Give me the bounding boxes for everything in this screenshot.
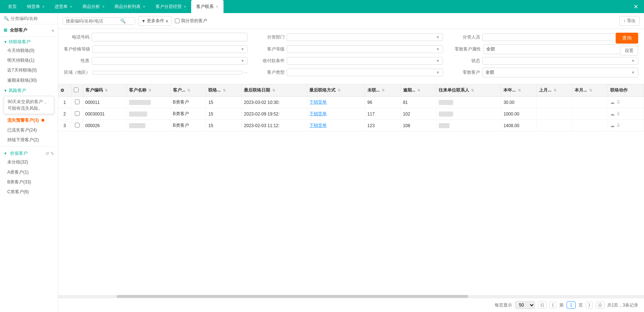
gender-select[interactable]: ▼ <box>92 57 247 65</box>
refresh-icon[interactable]: ↺ <box>45 151 49 156</box>
row-select-0[interactable] <box>75 100 80 104</box>
action-more-icon[interactable]: ⠿ <box>617 123 620 128</box>
action-more-icon[interactable]: ⠿ <box>617 112 620 117</box>
sort-icon-contacts: ⇅ <box>223 88 226 92</box>
tab-purchase-close[interactable]: × <box>70 4 72 9</box>
edit-icon[interactable]: ✎ <box>51 151 54 156</box>
risk-tooltip: 90天未交易的客户，可能有流失风险。 <box>4 96 54 114</box>
settings-icon[interactable]: ⚙ <box>60 88 64 93</box>
sidebar-item-b-class[interactable]: B类客户(33) <box>0 177 58 187</box>
search-input[interactable] <box>66 19 120 24</box>
sidebar-item-overdue[interactable]: 逾期未联络(30) <box>0 76 58 85</box>
price-grade-select[interactable]: ▼ <box>92 45 247 53</box>
first-page-button[interactable]: ⟨⟨ <box>538 301 547 309</box>
tab-sales-close[interactable]: × <box>42 4 44 9</box>
my-customers-checkbox[interactable]: 我分管的客户 <box>175 18 207 24</box>
th-code[interactable]: 客户编码 ⇅ <box>83 84 127 97</box>
phone-input[interactable] <box>92 33 247 41</box>
select-all-checkbox[interactable] <box>74 88 79 92</box>
action-chat-icon[interactable]: ☁ <box>610 112 615 117</box>
last-page-button[interactable]: ⟩⟩ <box>596 301 604 309</box>
window-close-button[interactable]: ✕ <box>631 2 641 12</box>
row-last-contact-method[interactable]: 下销货单 <box>307 108 365 120</box>
scrollbar-thumb[interactable] <box>117 295 468 298</box>
th-last-contact-method[interactable]: 最后联络方式 ⇅ <box>307 84 365 97</box>
chevron-icon: ∧ <box>165 19 169 24</box>
customer-grade-select[interactable]: ▼ <box>287 45 443 53</box>
horizontal-scrollbar[interactable] <box>58 295 644 298</box>
more-conditions-button[interactable]: ▼ 更多条件 ∧ <box>138 16 172 26</box>
region-more[interactable]: ··· <box>244 70 247 75</box>
sidebar-item-today[interactable]: 今天待联络(0) <box>0 46 58 56</box>
sidebar-item-c-class[interactable]: C类客户(6) <box>0 187 58 197</box>
sidebar-item-churn-warning[interactable]: 流失预警客户(3) <box>0 116 58 125</box>
tab-sales[interactable]: 销货单 × <box>22 0 49 13</box>
th-this-year[interactable]: 本年... ⇅ <box>501 84 537 97</box>
row-action[interactable]: ☁ ⠿ <box>608 108 644 120</box>
sidebar-item-a-class[interactable]: A类客户(1) <box>0 167 58 177</box>
tab-customer-contact-close[interactable]: × <box>216 4 218 9</box>
th-contacts[interactable]: 联络... ⇅ <box>206 84 242 97</box>
row-last-contact-method[interactable]: 下销货单 <box>307 120 365 131</box>
prev-page-button[interactable]: ⟨ <box>550 301 556 309</box>
th-overdue[interactable]: 逾期... ⇅ <box>401 84 436 97</box>
row-select-2[interactable] <box>75 123 80 127</box>
next-page-button[interactable]: ⟩ <box>586 301 593 309</box>
collapse-icon[interactable]: « <box>52 28 54 33</box>
row-index: 3 <box>58 120 71 131</box>
row-name <box>127 97 171 108</box>
retail-attr-select[interactable]: 全部 ▼ <box>483 44 638 54</box>
tab-product-analysis-close[interactable]: × <box>102 4 104 9</box>
sidebar-item-ungroup[interactable]: 未分组(32) <box>0 157 58 167</box>
tab-customer-layer-close[interactable]: × <box>184 4 186 9</box>
sidebar-group-value[interactable]: ▼ 价值客户 ↺ ✎ <box>0 148 58 157</box>
tab-purchase[interactable]: 进货单 × <box>49 0 77 13</box>
th-not-contacted[interactable]: 未联... ⇅ <box>365 84 401 97</box>
sidebar: 🔍 ⊞ 全部客户 « ▼ 待联络客户 今天待联络(0) 明天待联络(1) 近7天… <box>0 13 58 312</box>
row-select-1[interactable] <box>75 111 80 116</box>
sidebar-item-tomorrow[interactable]: 明天待联络(1) <box>0 56 58 65</box>
tab-customer-contact[interactable]: 客户联系 × <box>191 0 223 13</box>
row-not-contacted: 117 <box>365 108 401 120</box>
sidebar-search-input[interactable] <box>11 16 58 21</box>
action-more-icon[interactable]: ⠿ <box>617 100 620 105</box>
tab-product-analysis[interactable]: 商品分析 × <box>77 0 109 13</box>
customer-type-select[interactable]: ▼ <box>287 69 443 76</box>
row-action[interactable]: ☁ ⠿ <box>608 97 644 108</box>
th-name[interactable]: 客户名称 ⇅ <box>127 84 171 97</box>
sidebar-group-risk[interactable]: ▼ 风险客户 <box>0 85 58 94</box>
th-last-contact-date[interactable]: 最后联络日期 ⇅ <box>242 84 307 97</box>
retail-customer-select[interactable]: 全部 ▼ <box>482 68 638 77</box>
per-page-select[interactable]: 50 100 200 <box>515 301 535 309</box>
th-type[interactable]: 客户... ⇅ <box>170 84 206 97</box>
th-last-month[interactable]: 上月... ⇅ <box>537 84 572 97</box>
my-customers-check[interactable] <box>175 19 180 23</box>
action-chat-icon[interactable]: ☁ <box>610 123 615 128</box>
region-select[interactable] <box>92 71 242 74</box>
action-chat-icon[interactable]: ☁ <box>610 100 615 105</box>
search-icon[interactable]: 🔍 <box>120 19 126 24</box>
sidebar-root[interactable]: ⊞ 全部客户 « <box>0 24 58 37</box>
tab-home[interactable]: 首页 <box>3 0 22 13</box>
row-action[interactable]: ☁ ⠿ <box>608 120 644 131</box>
filter-status: 状态 ▼ <box>455 57 638 65</box>
tab-product-list-close[interactable]: × <box>143 4 145 9</box>
status-select[interactable]: ▼ <box>482 57 638 65</box>
tab-customer-layer[interactable]: 客户分层经营 × <box>150 0 191 13</box>
query-button[interactable]: 查询 <box>616 33 638 44</box>
sidebar-group-pending[interactable]: ▼ 待联络客户 <box>0 37 58 46</box>
settings-button[interactable]: 设置 <box>620 46 638 56</box>
tab-product-list[interactable]: 商品分析列表 × <box>109 0 150 13</box>
export-button[interactable]: ↑ 导出 <box>619 16 640 26</box>
sidebar-item-7days[interactable]: 近7天待联络(0) <box>0 65 58 75</box>
sidebar-item-declining[interactable]: 持续下滑客户(2) <box>0 135 58 145</box>
dept-select[interactable]: ▼ <box>287 33 443 41</box>
payment-select[interactable]: ▼ <box>287 57 443 65</box>
content-area: 🔍 ▼ 更多条件 ∧ 我分管的客户 ↑ 导出 电话号码 <box>58 13 644 312</box>
th-company-contacts[interactable]: 往来单位联系人 ⇅ <box>436 84 501 97</box>
table-row: 2 00030031 B类客户 15 2023-02-09 19:52: 下销货… <box>58 108 644 120</box>
manager-select[interactable]: ▼ <box>482 33 633 41</box>
sidebar-item-churned[interactable]: 已流失客户(24) <box>0 125 58 135</box>
th-this-month[interactable]: 本月... ⇅ <box>572 84 608 97</box>
row-last-contact-method[interactable]: 下销货单 <box>307 97 365 108</box>
